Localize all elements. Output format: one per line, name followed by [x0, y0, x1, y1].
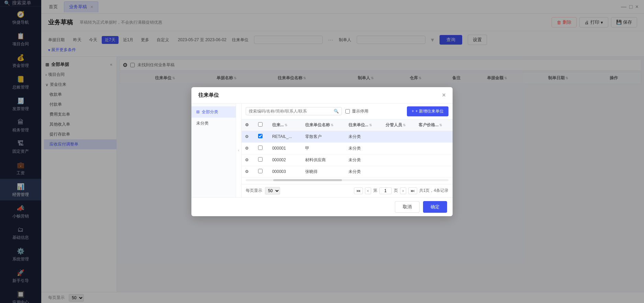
- horizontal-scrollbar[interactable]: [246, 179, 448, 181]
- last-page-button[interactable]: ⏭: [408, 187, 417, 194]
- dialog-col-price: 客户价格...: [415, 119, 453, 131]
- scrollbar-thumb[interactable]: [273, 179, 342, 181]
- row-checkbox[interactable]: [258, 157, 263, 162]
- dialog-table-body: ⚙ RETAIL_... 零散客户 未分类 ⚙ 000001 甲 未分类 ⚙ 0…: [242, 131, 453, 177]
- next-page-button[interactable]: ›: [400, 187, 406, 194]
- row-category: 未分类: [345, 131, 382, 142]
- prev-page-button[interactable]: ‹: [365, 187, 371, 194]
- dialog-table-row[interactable]: ⚙ 000003 张晓得 未分类: [242, 166, 453, 177]
- row-check[interactable]: [255, 154, 269, 166]
- gear-icon: ⚙: [245, 169, 249, 174]
- dialog-table-row[interactable]: ⚙ 000002 材料供应商 未分类: [242, 154, 453, 166]
- row-checkbox[interactable]: [258, 134, 263, 138]
- dialog-table-row[interactable]: ⚙ RETAIL_... 零散客户 未分类: [242, 131, 453, 142]
- grid-icon-small: ⊞: [196, 109, 200, 114]
- per-page-label: 每页显示: [246, 188, 262, 194]
- row-category: 未分类: [345, 142, 382, 154]
- row-price: [415, 142, 453, 154]
- dialog-col-name: 往来单位名称: [302, 119, 345, 131]
- dialog-close-button[interactable]: ×: [442, 92, 446, 98]
- row-code: 000003: [269, 166, 302, 177]
- row-check[interactable]: [255, 131, 269, 142]
- dialog-counterpart: 往来单位 × ⊞ 全部分类 未分类 ‹: [191, 87, 453, 216]
- dialog-body: ⊞ 全部分类 未分类 ‹ 🔍: [191, 104, 453, 197]
- dialog-sidebar-uncategorized[interactable]: 未分类: [191, 118, 236, 129]
- dialog-footer-bar: 每页显示 50 ⏮ ‹ 第 页 › ⏭ 共1页，4条记录: [242, 184, 453, 197]
- search-box[interactable]: 🔍: [246, 107, 342, 115]
- cancel-button[interactable]: 取消: [395, 201, 420, 213]
- row-settings[interactable]: ⚙: [242, 154, 255, 166]
- plus-icon: +: [412, 109, 414, 114]
- dialog-sidebar-all[interactable]: ⊞ 全部分类: [191, 106, 236, 118]
- row-salesperson: [382, 131, 415, 142]
- confirm-button[interactable]: 确定: [423, 201, 447, 213]
- row-checkbox[interactable]: [258, 145, 263, 150]
- row-settings[interactable]: ⚙: [242, 131, 255, 142]
- dialog-header: 往来单位 ×: [191, 87, 453, 104]
- row-check[interactable]: [255, 142, 269, 154]
- dialog-table-row[interactable]: ⚙ 000001 甲 未分类: [242, 142, 453, 154]
- gear-icon: ⚙: [245, 134, 249, 139]
- row-code: 000001: [269, 142, 302, 154]
- modal-overlay: 往来单位 × ⊞ 全部分类 未分类 ‹: [0, 0, 644, 303]
- dialog-table-header-row: ⚙ 往来... 往来单位名称 往来单位... 分管人员 客户价格...: [242, 119, 453, 131]
- dialog-sidebar: ⊞ 全部分类 未分类: [191, 104, 236, 197]
- row-settings[interactable]: ⚙: [242, 166, 255, 177]
- show-disabled-label[interactable]: 显示停用: [345, 108, 368, 114]
- row-category: 未分类: [345, 166, 382, 177]
- row-name: 材料供应商: [302, 154, 345, 166]
- dialog-toolbar: 🔍 显示停用 + + 新增往来单位: [242, 104, 453, 119]
- row-settings[interactable]: ⚙: [242, 142, 255, 154]
- gear-icon: ⚙: [245, 146, 249, 151]
- add-counterpart-button[interactable]: + + 新增往来单位: [407, 106, 448, 116]
- row-salesperson: [382, 142, 415, 154]
- dialog-col-salesperson: 分管人员: [382, 119, 415, 131]
- dialog-main: 🔍 显示停用 + + 新增往来单位: [242, 104, 453, 197]
- dialog-col-code: 往来...: [269, 119, 302, 131]
- gear-icon[interactable]: ⚙: [245, 123, 249, 127]
- page-unit: 页: [394, 188, 398, 194]
- row-salesperson: [382, 154, 415, 166]
- page-controls: ⏮ ‹ 第 页 › ⏭ 共1页，4条记录: [354, 187, 448, 194]
- row-check[interactable]: [255, 166, 269, 177]
- search-icon: 🔍: [334, 109, 339, 114]
- dialog-sidebar-collapse-button[interactable]: ‹: [236, 104, 242, 197]
- search-input[interactable]: [249, 109, 332, 114]
- row-checkbox[interactable]: [258, 169, 263, 173]
- row-code: 000002: [269, 154, 302, 166]
- row-price: [415, 131, 453, 142]
- dialog-col-settings: ⚙: [242, 119, 255, 131]
- dialog-title: 往来单位: [198, 92, 219, 98]
- row-name: 零散客户: [302, 131, 345, 142]
- dialog-col-check: [255, 119, 269, 131]
- row-salesperson: [382, 166, 415, 177]
- show-disabled-checkbox[interactable]: [345, 109, 350, 114]
- page-number-input[interactable]: [379, 187, 392, 194]
- total-info: 共1页，4条记录: [419, 188, 448, 194]
- per-page-select[interactable]: 50: [265, 187, 280, 195]
- row-code: RETAIL_...: [269, 131, 302, 142]
- dialog-select-all[interactable]: [258, 122, 263, 127]
- dialog-table: ⚙ 往来... 往来单位名称 往来单位... 分管人员 客户价格... ⚙: [242, 119, 453, 178]
- first-page-button[interactable]: ⏮: [354, 187, 363, 194]
- chevron-left-icon: ‹: [238, 148, 240, 153]
- gear-icon: ⚙: [245, 158, 249, 162]
- row-category: 未分类: [345, 154, 382, 166]
- row-price: [415, 166, 453, 177]
- row-name: 张晓得: [302, 166, 345, 177]
- dialog-actions: 取消 确定: [191, 197, 453, 216]
- page-label: 第: [373, 188, 377, 194]
- dialog-col-category: 往来单位...: [345, 119, 382, 131]
- dialog-table-wrap: ⚙ 往来... 往来单位名称 往来单位... 分管人员 客户价格... ⚙: [242, 119, 453, 184]
- row-name: 甲: [302, 142, 345, 154]
- row-price: [415, 154, 453, 166]
